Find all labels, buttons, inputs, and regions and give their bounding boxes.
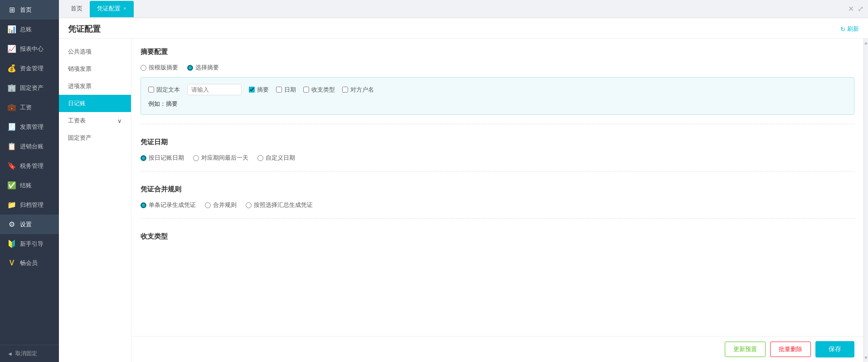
close-ledger-icon: ✅ — [7, 181, 16, 190]
chevron-down-icon: ∨ — [117, 117, 122, 124]
trade-icon: 📋 — [7, 142, 16, 151]
sidebar-item-ledger[interactable]: 📊 总账 — [0, 20, 59, 39]
checkbox-fixed-text[interactable]: 固定文本 — [148, 86, 180, 94]
merge-radio-summary[interactable]: 按照选择汇总生成凭证 — [246, 201, 313, 209]
archive-icon: 📁 — [7, 201, 16, 209]
income-section: 收支类型 AtM — [141, 232, 854, 284]
summary-section: 摘要配置 按模版摘要 选择摘要 — [141, 48, 854, 124]
refresh-button[interactable]: ↻ 刷新 — [840, 25, 859, 33]
report-icon: 📈 — [7, 44, 16, 53]
left-nav: 公共选项 销项发票 进项发票 日记账 工资表 ∨ 固定资产 — [59, 39, 131, 362]
vip-icon: V — [7, 259, 16, 267]
summary-radio-template[interactable]: 按模版摘要 — [141, 64, 178, 72]
tab-close-button[interactable]: × — [123, 5, 126, 12]
window-controls: ✕ ⤢ — [848, 5, 863, 13]
date-radio-period-last[interactable]: 对应期间最后一天 — [193, 154, 248, 162]
tab-bar: 首页 凭证配置 × ✕ ⤢ — [59, 0, 868, 18]
tax-icon: 🔖 — [7, 161, 16, 170]
sidebar-item-salary[interactable]: 💼 工资 — [0, 98, 59, 117]
window-close-button[interactable]: ✕ — [848, 5, 854, 13]
date-radio-journal[interactable]: 按日记账日期 — [141, 154, 184, 162]
guide-icon: 🔰 — [7, 240, 16, 248]
refresh-icon: ↻ — [840, 26, 845, 33]
tab-home[interactable]: 首页 — [63, 1, 90, 17]
sidebar: ⊞ 首页 📊 总账 📈 报表中心 💰 资金管理 🏢 固定资产 💼 工资 🧾 发票… — [0, 0, 59, 362]
left-nav-salary-table[interactable]: 工资表 ∨ — [59, 112, 131, 129]
summary-radio-select[interactable]: 选择摘要 — [187, 64, 219, 72]
sidebar-item-home[interactable]: ⊞ 首页 — [0, 0, 59, 20]
pin-icon: ◄ — [7, 351, 13, 357]
right-content: 摘要配置 按模版摘要 选择摘要 — [131, 39, 863, 336]
sidebar-item-tax[interactable]: 🔖 税务管理 — [0, 156, 59, 176]
merge-section-title: 凭证合并规则 — [141, 185, 854, 194]
left-nav-input-invoice[interactable]: 进项发票 — [59, 78, 131, 95]
date-radio-group: 按日记账日期 对应期间最后一天 自定义日期 — [141, 154, 854, 162]
unpin-button[interactable]: ◄ 取消固定 — [0, 345, 59, 362]
sidebar-item-archive[interactable]: 📁 归档管理 — [0, 195, 59, 215]
date-section: 凭证日期 按日记账日期 对应期间最后一天 自定义日期 — [141, 138, 854, 171]
checkbox-counterparty[interactable]: 对方户名 — [342, 86, 374, 94]
fixed-text-input[interactable] — [187, 84, 242, 95]
sidebar-item-settings[interactable]: ⚙ 设置 — [0, 215, 59, 234]
income-content: AtM — [141, 248, 854, 275]
ledger-icon: 📊 — [7, 25, 16, 34]
date-radio-custom[interactable]: 自定义日期 — [257, 154, 295, 162]
checkbox-income-type[interactable]: 收支类型 — [303, 86, 335, 94]
sidebar-item-close[interactable]: ✅ 结账 — [0, 176, 59, 195]
summary-config-box: 固定文本 摘要 日期 — [141, 77, 854, 115]
sidebar-item-fund[interactable]: 💰 资金管理 — [0, 59, 59, 78]
settings-icon: ⚙ — [7, 220, 16, 229]
left-nav-output-invoice[interactable]: 销项发票 — [59, 60, 131, 78]
summary-radio-group: 按模版摘要 选择摘要 — [141, 64, 854, 72]
summary-preview: 例如：摘要 — [148, 100, 847, 108]
merge-radio-single[interactable]: 单条记录生成凭证 — [141, 201, 196, 209]
date-section-title: 凭证日期 — [141, 138, 854, 147]
income-section-title: 收支类型 — [141, 232, 854, 241]
left-nav-journal[interactable]: 日记账 — [59, 95, 131, 112]
content-layout: 公共选项 销项发票 进项发票 日记账 工资表 ∨ 固定资产 — [59, 39, 868, 362]
window-maximize-button[interactable]: ⤢ — [858, 5, 863, 13]
sidebar-item-vip[interactable]: V 畅会员 — [0, 254, 59, 273]
home-icon: ⊞ — [7, 5, 16, 14]
scroll-down-arrow[interactable]: ▼ — [862, 353, 868, 362]
save-button[interactable]: 保存 — [815, 341, 854, 357]
merge-section: 凭证合并规则 单条记录生成凭证 合并规则 按照选择汇总生成凭证 — [141, 185, 854, 219]
fund-icon: 💰 — [7, 64, 16, 73]
sidebar-item-guide[interactable]: 🔰 新手引导 — [0, 234, 59, 254]
merge-radio-group: 单条记录生成凭证 合并规则 按照选择汇总生成凭证 — [141, 201, 854, 209]
tab-voucher-config[interactable]: 凭证配置 × — [90, 1, 134, 17]
update-preview-button[interactable]: 更新预置 — [725, 342, 766, 357]
batch-delete-button[interactable]: 批量删除 — [770, 342, 811, 357]
sidebar-item-invoice[interactable]: 🧾 发票管理 — [0, 117, 59, 137]
page-header: 凭证配置 ↻ 刷新 — [59, 18, 868, 39]
merge-radio-merge[interactable]: 合并规则 — [205, 201, 237, 209]
sidebar-item-trade[interactable]: 📋 进销台账 — [0, 137, 59, 156]
checkbox-summary[interactable]: 摘要 — [249, 86, 269, 94]
bottom-bar: 更新预置 批量删除 保存 — [131, 336, 863, 362]
scroll-hint: ▲ ▼ — [863, 39, 868, 362]
checkbox-date[interactable]: 日期 — [276, 86, 296, 94]
summary-section-title: 摘要配置 — [141, 48, 854, 56]
left-nav-fixed-asset[interactable]: 固定资产 — [59, 129, 131, 147]
sidebar-item-report[interactable]: 📈 报表中心 — [0, 39, 59, 59]
salary-icon: 💼 — [7, 103, 16, 112]
page-title: 凭证配置 — [68, 24, 101, 34]
left-nav-common[interactable]: 公共选项 — [59, 43, 131, 60]
fixed-asset-icon: 🏢 — [7, 83, 16, 92]
main-area: 首页 凭证配置 × ✕ ⤢ 凭证配置 ↻ 刷新 公共选项 销项发票 进项 — [59, 0, 868, 362]
sidebar-item-fixed-asset[interactable]: 🏢 固定资产 — [0, 78, 59, 98]
invoice-icon: 🧾 — [7, 122, 16, 131]
summary-checkboxes-row: 固定文本 摘要 日期 — [148, 84, 847, 95]
